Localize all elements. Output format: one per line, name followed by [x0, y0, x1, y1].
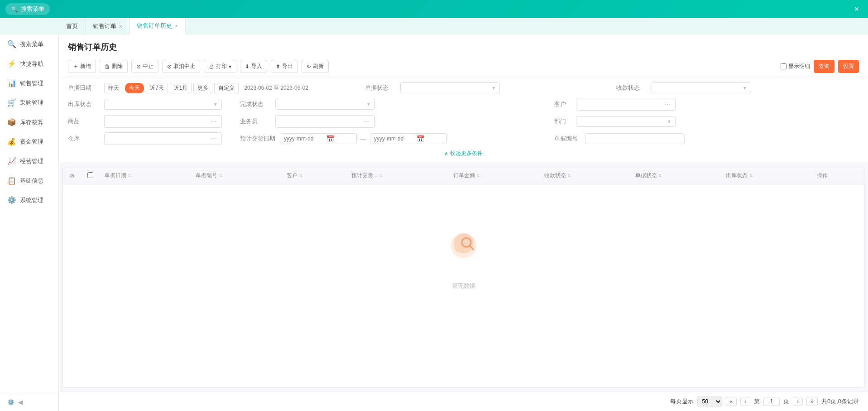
sidebar-item-quick-nav[interactable]: ⚡ 快捷导航	[0, 54, 58, 73]
sidebar-item-inventory[interactable]: 📦 库存核算	[0, 112, 58, 132]
tab-sales-order-close[interactable]: ×	[119, 24, 122, 29]
calendar-end-icon[interactable]: 📅	[417, 135, 424, 142]
total-records: 共0页,0条记录	[821, 397, 859, 406]
date-more-btn[interactable]: 更多	[193, 83, 212, 93]
salesperson-more-icon[interactable]: ···	[364, 117, 370, 126]
goods-select[interactable]: ···	[104, 115, 222, 128]
purchase-icon: 🛒	[7, 98, 16, 107]
calendar-start-icon[interactable]: 📅	[326, 135, 334, 142]
page-suffix: 页	[783, 397, 789, 406]
date-range-display: 2023-06-02 至 2023-06-02	[244, 84, 308, 92]
select-all-checkbox[interactable]	[87, 172, 93, 178]
delete-button[interactable]: 🗑 删除	[100, 60, 128, 73]
window-close-button[interactable]: ×	[850, 3, 863, 16]
settings-button[interactable]: 设置	[838, 60, 859, 73]
warehouse-select[interactable]: ···	[104, 132, 222, 145]
tab-sales-order-history-close[interactable]: ×	[175, 23, 177, 29]
sidebar-item-system[interactable]: ⚙️ 系统管理	[0, 190, 58, 210]
collapse-sidebar-icon[interactable]: ◀	[18, 399, 23, 406]
import-button[interactable]: ⬇ 导入	[240, 60, 267, 73]
th-settings[interactable]: ⚙	[63, 167, 81, 184]
th-receipt-sort-icon[interactable]: ⇅	[567, 173, 571, 178]
th-number-sort-icon[interactable]: ⇅	[219, 173, 222, 178]
next-page-button[interactable]: ›	[793, 397, 803, 406]
th-number: 单据编号 ⇅	[190, 167, 281, 184]
print-icon: 🖨	[209, 63, 214, 70]
delivery-date-end-field[interactable]	[374, 135, 415, 142]
prev-page-button[interactable]: ‹	[740, 397, 750, 406]
date-range-separator: —	[360, 135, 366, 142]
bill-number-input[interactable]	[585, 133, 685, 144]
collapse-button[interactable]: ∧ 收起更多条件	[68, 150, 859, 157]
customer-more-icon[interactable]: ···	[664, 100, 670, 108]
date-custom-btn[interactable]: 自定义	[214, 83, 239, 93]
bill-status-dropdown-icon: ▾	[492, 85, 495, 91]
sidebar-item-operations[interactable]: 📈 经营管理	[0, 151, 58, 171]
top-bar: 🔍 搜索菜单 ×	[0, 0, 868, 18]
search-bar[interactable]: 🔍 搜索菜单	[5, 3, 50, 15]
collapse-up-icon: ∧	[444, 150, 448, 157]
page-number-input[interactable]	[763, 397, 780, 406]
first-page-button[interactable]: «	[726, 397, 737, 406]
cancel-stop-button[interactable]: ⊘ 取消中止	[162, 60, 200, 73]
last-page-button[interactable]: »	[806, 397, 818, 406]
th-bill-sort-icon[interactable]: ⇅	[658, 173, 662, 178]
show-detail-checkbox-wrapper[interactable]: 显示明细	[781, 63, 810, 70]
refresh-button[interactable]: ↻ 刷新	[302, 60, 329, 73]
th-amount-sort-icon[interactable]: ⇅	[476, 173, 480, 178]
table-container: ⚙ 单据日期 ⇅ 单据编号 ⇅ 客户 ⇅	[62, 167, 864, 388]
stop-button[interactable]: ⊘ 中止	[131, 60, 158, 73]
delivery-date-start-input[interactable]: 📅	[280, 133, 357, 144]
th-warehouse-sort-icon[interactable]: ⇅	[749, 173, 753, 178]
system-icon: ⚙️	[7, 196, 16, 204]
receipt-status-select[interactable]: ▾	[652, 82, 751, 93]
search-label: 搜索菜单	[21, 5, 44, 13]
delete-label: 删除	[112, 63, 123, 70]
sidebar-item-purchase[interactable]: 🛒 采购管理	[0, 93, 58, 112]
th-checkbox[interactable]	[81, 167, 99, 184]
th-delivery: 预计交货... ⇅	[346, 167, 448, 184]
date-1month-btn[interactable]: 近1月	[170, 83, 192, 93]
print-button[interactable]: 🖨 打印 ▾	[204, 60, 236, 73]
show-detail-checkbox[interactable]	[781, 63, 786, 69]
new-button[interactable]: ＋ 新增	[68, 60, 96, 73]
goods-more-icon[interactable]: ···	[211, 117, 217, 126]
th-date-sort-icon[interactable]: ⇅	[128, 173, 131, 178]
warehouse-status-select[interactable]: ▾	[104, 99, 222, 110]
settings-bottom-icon[interactable]: ⚙️	[7, 399, 14, 406]
sidebar-item-finance[interactable]: 💰 资金管理	[0, 132, 58, 151]
th-delivery-sort-icon[interactable]: ⇅	[379, 173, 383, 178]
customer-select[interactable]: ···	[576, 98, 676, 111]
department-select[interactable]: ▾	[576, 116, 676, 127]
finance-icon: 💰	[7, 137, 16, 146]
date-7days-btn[interactable]: 近7天	[146, 83, 168, 93]
th-amount-label: 订单金额	[453, 172, 475, 179]
th-customer-sort-icon[interactable]: ⇅	[299, 173, 302, 178]
bill-number-label: 单据编号	[554, 135, 581, 143]
date-yesterday-btn[interactable]: 昨天	[104, 83, 123, 93]
sidebar-item-basic-info[interactable]: 📋 基础信息	[0, 171, 58, 190]
date-today-btn[interactable]: 今天	[125, 83, 144, 93]
sidebar-item-sales[interactable]: 📊 销售管理	[0, 73, 58, 93]
delivery-date-end-input[interactable]: 📅	[370, 133, 447, 144]
tab-sales-order[interactable]: 销售订单 ×	[86, 18, 129, 34]
quick-nav-icon: ⚡	[7, 59, 16, 68]
th-warehouse-status: 出库状态 ⇅	[720, 167, 811, 184]
import-label: 导入	[251, 63, 262, 70]
delivery-date-start-field[interactable]	[284, 135, 325, 142]
salesperson-select[interactable]: ···	[275, 115, 375, 128]
tab-sales-order-history[interactable]: 销售订单历史 ×	[129, 18, 185, 34]
warehouse-more-icon[interactable]: ···	[211, 135, 217, 143]
complete-status-select[interactable]: ▾	[275, 99, 375, 110]
bill-status-select[interactable]: ▾	[400, 82, 500, 93]
tab-home[interactable]: 首页	[59, 18, 86, 34]
pagination: 每页显示 50 10 20 100 « ‹ 第 页 › » 共0页,0条记录	[59, 392, 868, 411]
goods-label: 商品	[68, 117, 104, 126]
query-button[interactable]: 查询	[814, 60, 834, 73]
export-button[interactable]: ⬆ 导出	[271, 60, 298, 73]
sidebar-item-search[interactable]: 🔍 搜索菜单	[0, 34, 58, 54]
th-date-label: 单据日期	[105, 172, 126, 179]
th-number-label: 单据编号	[196, 172, 217, 179]
page-size-select[interactable]: 50 10 20 100	[697, 396, 722, 406]
query-label: 查询	[819, 63, 830, 70]
